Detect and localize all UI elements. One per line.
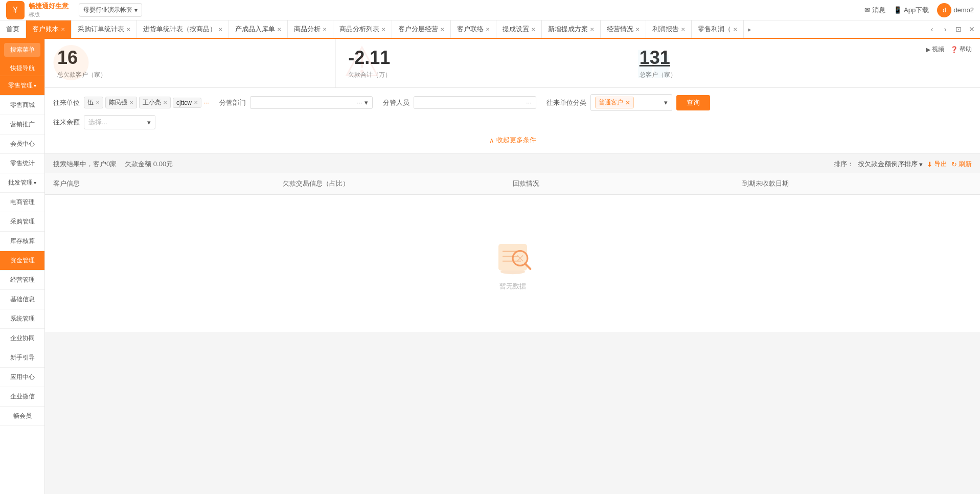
tab-close-goods-list[interactable]: ✕ bbox=[381, 27, 385, 32]
tab-close-new-promotion[interactable]: ✕ bbox=[590, 27, 594, 32]
sidebar-item-purchase[interactable]: 采购管理 bbox=[0, 212, 44, 232]
sidebar-item-operations[interactable]: 经营管理 bbox=[0, 271, 44, 290]
sidebar-item-marketing[interactable]: 营销推广 bbox=[0, 115, 44, 134]
nav-close-btn[interactable]: ✕ bbox=[966, 23, 978, 35]
quick-nav-btn[interactable]: 快捷导航 bbox=[0, 61, 44, 76]
tab-close-purchase-orders[interactable]: ✕ bbox=[126, 27, 130, 32]
nav-prev-btn[interactable]: ‹ bbox=[926, 23, 938, 35]
nav-next-btn[interactable]: › bbox=[939, 23, 951, 35]
app-download-btn[interactable]: 📱 App下载 bbox=[894, 6, 929, 15]
content-area: ¥ 16 总欠款客户（家） -2.11 欠款合计（万） 131 总客户（家） bbox=[45, 39, 980, 494]
tab-close-promotion-settings[interactable]: ✕ bbox=[531, 27, 535, 32]
logo-icon: ¥ bbox=[6, 1, 25, 19]
logo-area: ¥ 畅捷通好生意 标版 母婴行业演示帐套 ▾ bbox=[6, 1, 142, 19]
unit-tag-cjttcw-close[interactable]: ✕ bbox=[194, 100, 198, 105]
tab-close-stock-stats[interactable]: ✕ bbox=[218, 27, 222, 32]
help-icon: ❓ bbox=[950, 46, 958, 53]
help-btn[interactable]: ❓ 帮助 bbox=[950, 45, 972, 54]
tab-profit-report[interactable]: 利润报告 ✕ bbox=[646, 20, 692, 38]
results-bar: 搜索结果中，客户0家 欠款金额 0.00元 排序： 按欠款金额倒序排序 ▾ ⬇ … bbox=[45, 155, 980, 173]
sort-select[interactable]: 按欠款金额倒序排序 ▾ bbox=[858, 160, 923, 169]
sidebar-search-area: 搜索菜单 bbox=[0, 39, 44, 61]
sidebar-item-retail-stats[interactable]: 零售统计 bbox=[0, 154, 44, 173]
stat-total-customers: 131 总客户（家） bbox=[627, 39, 918, 87]
collapse-filter-btn[interactable]: ∧ 收起更多条件 bbox=[489, 133, 536, 147]
export-btn[interactable]: ⬇ 导出 bbox=[927, 160, 947, 169]
sidebar-item-system[interactable]: 系统管理 bbox=[0, 309, 44, 329]
category-filter-select[interactable]: 普通客户 ✕ ▾ bbox=[590, 94, 672, 111]
search-count-text: 搜索结果中，客户0家 bbox=[53, 160, 117, 169]
top-header: ¥ 畅捷通好生意 标版 母婴行业演示帐套 ▾ ✉ 消息 📱 App下载 d de… bbox=[0, 0, 980, 20]
balance-filter-select[interactable]: 选择... ▾ bbox=[84, 115, 155, 129]
tab-more-btn[interactable]: ▸ bbox=[744, 26, 756, 33]
sidebar-item-enterprise-wechat[interactable]: 企业微信 bbox=[0, 387, 44, 407]
user-avatar-btn[interactable]: d demo2 bbox=[937, 3, 974, 17]
tab-customer-connect[interactable]: 客户联络 ✕ bbox=[451, 20, 496, 38]
sidebar-item-member[interactable]: 畅会员 bbox=[0, 407, 44, 426]
tab-close-retail-profit[interactable]: ✕ bbox=[733, 27, 737, 32]
unit-tag-wang-close[interactable]: ✕ bbox=[163, 100, 167, 105]
sidebar-item-enterprise-coop[interactable]: 企业协同 bbox=[0, 329, 44, 348]
balance-chevron-icon: ▾ bbox=[147, 119, 151, 126]
tab-purchase-orders[interactable]: 采购订单统计表 ✕ bbox=[72, 20, 137, 38]
chevron-icon-batch: ▾ bbox=[34, 180, 36, 186]
tab-goods-analysis[interactable]: 商品分析 ✕ bbox=[288, 20, 333, 38]
tab-close-goods-analysis[interactable]: ✕ bbox=[323, 27, 327, 32]
tab-home[interactable]: 首页 bbox=[0, 20, 26, 38]
header-right: ✉ 消息 📱 App下载 d demo2 bbox=[864, 3, 974, 17]
export-icon: ⬇ bbox=[927, 161, 932, 168]
chevron-up-icon: ∧ bbox=[489, 137, 494, 144]
unit-tag-chen: 陈民强 ✕ bbox=[105, 97, 137, 108]
tab-close-accounts[interactable]: ✕ bbox=[61, 27, 65, 32]
tab-close-profit-report[interactable]: ✕ bbox=[681, 27, 685, 32]
sidebar-item-retail-mall[interactable]: 零售商城 bbox=[0, 96, 44, 115]
tab-new-promotion[interactable]: 新增提成方案 ✕ bbox=[542, 20, 601, 38]
tab-close-customer-ops[interactable]: ✕ bbox=[440, 27, 444, 32]
tab-customer-ops[interactable]: 客户分层经营 ✕ bbox=[392, 20, 451, 38]
tab-close-produce-stock[interactable]: ✕ bbox=[277, 27, 281, 32]
person-filter-select[interactable]: ··· bbox=[414, 96, 536, 109]
stats-actions: ▶ 视频 ❓ 帮助 bbox=[918, 39, 980, 87]
filter-more-tags-btn[interactable]: ··· bbox=[203, 99, 209, 106]
sidebar-item-basic-info[interactable]: 基础信息 bbox=[0, 290, 44, 309]
tab-business-status[interactable]: 经营情况 ✕ bbox=[601, 20, 646, 38]
sidebar-item-inventory[interactable]: 库存核算 bbox=[0, 232, 44, 251]
message-btn[interactable]: ✉ 消息 bbox=[864, 6, 885, 15]
sidebar-item-new-guide[interactable]: 新手引导 bbox=[0, 348, 44, 368]
unit-tag-chen-close[interactable]: ✕ bbox=[129, 100, 133, 105]
logo-text: 畅捷通好生意 标版 bbox=[29, 2, 69, 18]
tab-close-business-status[interactable]: ✕ bbox=[635, 27, 640, 32]
query-btn[interactable]: 查询 bbox=[676, 95, 710, 110]
table-header: 客户信息 欠款交易信息（占比） 回款情况 到期未收款日期 bbox=[45, 173, 980, 195]
unit-tag-wu-close[interactable]: ✕ bbox=[96, 100, 100, 105]
balance-filter-label: 往来余额 bbox=[53, 118, 80, 127]
video-help-btn[interactable]: ▶ 视频 bbox=[926, 45, 944, 54]
tab-promotion-settings[interactable]: 提成设置 ✕ bbox=[496, 20, 542, 38]
tab-close-customer-connect[interactable]: ✕ bbox=[486, 27, 490, 32]
tab-stock-stats[interactable]: 进货单统计表（按商品） ✕ bbox=[137, 20, 229, 38]
sidebar-item-retail-mgmt[interactable]: 零售管理 ▾ bbox=[0, 76, 44, 96]
dept-filter-select[interactable]: ··· ▾ bbox=[250, 96, 373, 109]
tab-accounts[interactable]: 客户账本 ✕ bbox=[26, 20, 72, 38]
sidebar-item-ecommerce[interactable]: 电商管理 bbox=[0, 193, 44, 212]
sidebar-item-batch-mgmt[interactable]: 批发管理 ▾ bbox=[0, 173, 44, 193]
nav-restore-btn[interactable]: ⊡ bbox=[952, 23, 965, 35]
tab-goods-list[interactable]: 商品分析列表 ✕ bbox=[333, 20, 392, 38]
category-chevron-icon: ▾ bbox=[664, 99, 668, 106]
svg-rect-5 bbox=[638, 50, 652, 78]
message-icon: ✉ bbox=[864, 6, 870, 14]
stats-bar: ¥ 16 总欠款客户（家） -2.11 欠款合计（万） 131 总客户（家） bbox=[45, 39, 980, 88]
sidebar-item-member-center[interactable]: 会员中心 bbox=[0, 134, 44, 154]
search-menu-btn[interactable]: 搜索菜单 bbox=[4, 43, 40, 57]
dept-filter-label: 分管部门 bbox=[219, 98, 246, 107]
sidebar-item-finance[interactable]: 资金管理 bbox=[0, 251, 44, 271]
sidebar: 搜索菜单 快捷导航 零售管理 ▾ 零售商城 营销推广 会员中心 零售统计 批发管… bbox=[0, 39, 45, 494]
dept-filter-dots: ··· bbox=[357, 99, 362, 106]
category-tag-close[interactable]: ✕ bbox=[625, 99, 630, 106]
tab-retail-profit[interactable]: 零售利润（ ✕ bbox=[692, 20, 744, 38]
account-dropdown[interactable]: 母婴行业演示帐套 ▾ bbox=[79, 3, 142, 17]
person-filter-dots: ··· bbox=[526, 99, 532, 106]
tab-produce-stock[interactable]: 产成品入库单 ✕ bbox=[229, 20, 288, 38]
refresh-btn[interactable]: ↻ 刷新 bbox=[951, 160, 972, 169]
sidebar-item-app-center[interactable]: 应用中心 bbox=[0, 368, 44, 387]
